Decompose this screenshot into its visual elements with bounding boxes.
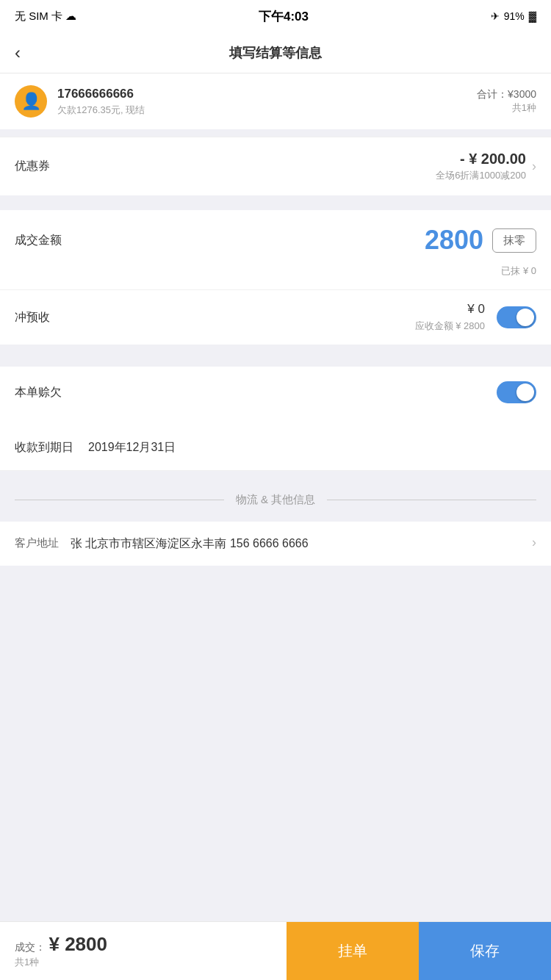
coupon-desc: 全场6折满1000减200 [436,169,526,182]
precharge-sub: 应收金额 ¥ 2800 [415,320,485,333]
status-left: 无 SIM 卡 ☁ [15,10,76,24]
bottom-count: 共1种 [15,956,272,969]
credit-toggle[interactable] [497,381,536,403]
section-divider-1 [0,203,551,210]
duedate-label: 收款到期日 [15,440,73,455]
logistics-title: 物流 & 其他信息 [236,493,315,507]
avatar: 👤 [15,85,47,118]
save-button[interactable]: 保存 [419,922,551,980]
address-label: 客户地址 [15,536,59,550]
bottom-info: 成交： ¥ 2800 共1种 [0,922,287,980]
back-button[interactable]: ‹ [15,43,21,63]
header-line-right [327,500,536,500]
coupon-chevron-icon: › [532,159,536,174]
precharge-amount: ¥ 0 [467,302,485,317]
address-chevron-icon: › [532,535,536,550]
amount-value: 2800 [425,225,483,256]
page-title: 填写结算等信息 [229,44,322,62]
duedate-value: 2019年12月31日 [88,440,176,455]
amount-section: 成交金额 2800 抹零 已抹 ¥ 0 冲预收 ¥ 0 应收金额 ¥ 2800 [0,210,551,345]
bottom-amount: ¥ 2800 [48,933,107,955]
section-divider-2 [0,352,551,359]
address-section[interactable]: 客户地址 张 北京市市辖区海淀区永丰南 156 6666 6666 › [0,522,551,566]
logistics-header: 物流 & 其他信息 [0,478,551,522]
amount-label: 成交金额 [15,233,62,248]
address-value: 张 北京市市辖区海淀区永丰南 156 6666 6666 [71,535,532,552]
sim-status: 无 SIM 卡 ☁ [15,10,76,24]
status-bar: 无 SIM 卡 ☁ 下午4:03 ✈ 91% ▓ [0,0,551,32]
precharge-toggle[interactable] [497,306,536,328]
status-right: ✈ 91% ▓ [491,10,536,22]
location-icon: ✈ [491,10,500,22]
customer-sub: 欠款1276.35元, 现结 [57,104,145,117]
customer-section: 👤 17666666666 欠款1276.35元, 现结 合计：¥3000 共1… [0,73,551,129]
precharge-label: 冲预收 [15,310,50,325]
header-line-left [15,500,224,500]
total-label: 合计：¥3000 [477,88,536,101]
precharge-row: 冲预收 ¥ 0 应收金额 ¥ 2800 [0,289,551,345]
bottom-spacer [0,573,551,639]
nav-bar: ‹ 填写结算等信息 [0,32,551,73]
coupon-discount: - ¥ 200.00 [436,151,526,167]
round-button[interactable]: 抹零 [492,228,536,253]
battery-icon: ▓ [529,10,536,22]
bottom-amount-label: 成交： [15,941,46,953]
coupon-label: 优惠券 [15,159,50,174]
customer-phone: 17666666666 [57,87,145,101]
avatar-icon: 👤 [21,92,41,111]
address-row[interactable]: 客户地址 张 北京市市辖区海淀区永丰南 156 6666 6666 › [0,522,551,566]
amount-sub: 已抹 ¥ 0 [15,264,536,289]
credit-row: 本单赊欠 [0,359,551,418]
battery-status: 91% [504,10,525,22]
coupon-row[interactable]: 优惠券 - ¥ 200.00 全场6折满1000减200 › [0,137,551,195]
duedate-row: 收款到期日 2019年12月31日 [0,425,551,471]
total-count: 共1种 [477,101,536,115]
hold-button[interactable]: 挂单 [287,922,419,980]
amount-row: 成交金额 2800 抹零 [15,225,536,264]
status-time: 下午4:03 [259,8,309,25]
credit-section: 本单赊欠 收款到期日 2019年12月31日 [0,359,551,471]
credit-label: 本单赊欠 [15,385,62,400]
bottom-bar: 成交： ¥ 2800 共1种 挂单 保存 [0,921,551,980]
coupon-section[interactable]: 优惠券 - ¥ 200.00 全场6折满1000减200 › [0,137,551,195]
